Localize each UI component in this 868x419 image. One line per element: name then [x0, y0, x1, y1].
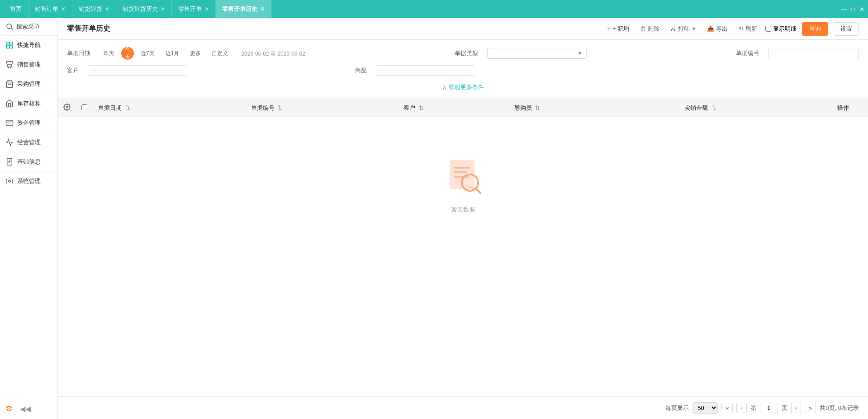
col-ops: 操作	[832, 99, 868, 117]
sidebar-settings-icon[interactable]: ⚙	[5, 404, 13, 414]
col-customer: 客户 ⇅	[398, 99, 509, 117]
display-cols-checkbox[interactable]	[765, 26, 771, 32]
tab-sales-order-close[interactable]: ✕	[61, 6, 66, 12]
query-button[interactable]: 查询	[802, 22, 828, 36]
product-label: 商品	[355, 66, 367, 75]
refresh-button[interactable]: ↻ 刷新	[736, 23, 760, 35]
empty-state-icon	[441, 153, 486, 198]
tab-sales-return-history[interactable]: 销货退货历史 ✕	[116, 0, 172, 18]
sidebar-item-sales-mgmt[interactable]: 销售管理	[0, 55, 57, 75]
collapse-button[interactable]: ∧ 收起更多条件	[67, 81, 859, 95]
date-range-text: 2023-06-02 至 2023-06-02	[241, 50, 305, 58]
doc-no-input[interactable]	[768, 48, 859, 59]
product-select[interactable]: ···	[376, 65, 475, 76]
tab-bar: 首页 销售订单 ✕ 销货退货 ✕ 销货退货历史 ✕ 零售开单 ✕ 零售开单历史 …	[0, 0, 868, 18]
base-info-icon	[5, 158, 14, 166]
page-input[interactable]	[760, 403, 778, 413]
sidebar-collapse-icon[interactable]: ◀◀	[20, 405, 31, 413]
doc-no-label: 单据编号	[736, 49, 759, 57]
sidebar-item-operations[interactable]: 经营管理	[0, 133, 57, 152]
inventory-icon	[5, 99, 14, 108]
col-settings[interactable]	[58, 99, 76, 117]
svg-rect-9	[6, 120, 13, 126]
col-salesperson-sort[interactable]: ⇅	[535, 104, 540, 111]
tab-sales-return[interactable]: 销货退货 ✕	[72, 0, 116, 18]
col-amount-sort[interactable]: ⇅	[711, 104, 716, 111]
print-dropdown-icon: ▼	[692, 26, 696, 31]
svg-point-16	[9, 180, 11, 183]
operations-icon	[5, 138, 14, 146]
tab-retail-open[interactable]: 零售开单 ✕	[172, 0, 216, 18]
close-btn[interactable]: ✕	[859, 6, 864, 13]
sidebar-search[interactable]: 搜索采单	[0, 18, 57, 36]
page-suffix: 页	[782, 404, 787, 412]
date-btn-last7[interactable]: 近7天	[137, 48, 159, 59]
col-customer-sort[interactable]: ⇅	[419, 104, 424, 111]
doc-type-label: 单据类型	[455, 49, 478, 57]
sidebar-item-purchase-mgmt[interactable]: 采购管理	[0, 75, 57, 94]
tab-retail-history-close[interactable]: ✕	[260, 6, 265, 12]
col-no: 单据编号 ⇅	[246, 99, 398, 117]
delete-button[interactable]: 🗑 删除	[637, 23, 662, 35]
select-all-checkbox[interactable]	[81, 104, 87, 110]
minimize-btn[interactable]: —	[841, 6, 847, 13]
page-title: 零售开单历史	[67, 24, 110, 33]
date-btn-today[interactable]: 今天	[121, 47, 134, 60]
tab-retail-history[interactable]: 零售开单历史 ✕	[216, 0, 271, 18]
col-no-sort[interactable]: ⇅	[278, 104, 283, 111]
table-body: 暂无数据	[58, 117, 868, 250]
toolbar: + + 新增 🗑 删除 🖨 打印 ▼ 📤 导出 ↻	[604, 22, 859, 36]
col-date-sort[interactable]: ⇅	[125, 104, 130, 111]
doc-type-select[interactable]: ▼	[487, 48, 587, 59]
tab-retail-open-close[interactable]: ✕	[204, 6, 209, 12]
customer-select[interactable]: ···	[88, 65, 187, 76]
settings-button[interactable]: 设置	[834, 22, 859, 36]
quick-nav-icon	[5, 41, 14, 49]
customer-label: 客户	[67, 66, 79, 75]
window-controls: — □ ✕	[841, 6, 864, 13]
empty-state-row: 暂无数据	[58, 117, 868, 250]
sidebar-item-quick-nav[interactable]: 快捷导航	[0, 36, 57, 55]
per-page-select[interactable]: 50 10 20 100	[693, 402, 718, 414]
sidebar-item-finance[interactable]: 资金管理	[0, 113, 57, 133]
tab-sales-return-history-close[interactable]: ✕	[161, 6, 165, 12]
date-btn-yesterday[interactable]: 昨天	[100, 48, 119, 59]
export-button[interactable]: 📤 导出	[704, 23, 730, 35]
sidebar-item-base-info[interactable]: 基础信息	[0, 152, 57, 172]
tab-sales-return-close[interactable]: ✕	[105, 6, 109, 12]
last-page-btn[interactable]: »	[805, 403, 816, 413]
print-icon: 🖨	[670, 25, 676, 32]
first-page-btn[interactable]: «	[721, 403, 733, 413]
col-amount: 实销金额 ⇅	[679, 99, 832, 117]
empty-state: 暂无数据	[58, 117, 868, 250]
data-table: 单据日期 ⇅ 单据编号 ⇅ 客户 ⇅ 导购员 ⇅	[58, 99, 868, 250]
settings-col-icon	[63, 104, 71, 111]
svg-rect-4	[6, 46, 9, 48]
sidebar-item-sys-mgmt[interactable]: 系统管理	[0, 172, 57, 191]
add-button[interactable]: + + 新增	[604, 23, 632, 35]
col-salesperson: 导购员 ⇅	[509, 99, 640, 117]
sidebar-item-inventory[interactable]: 库存核算	[0, 94, 57, 113]
refresh-icon: ↻	[739, 25, 744, 32]
date-btn-custom[interactable]: 自定义	[208, 48, 232, 59]
purchase-mgmt-icon	[5, 80, 14, 88]
svg-point-6	[8, 67, 9, 68]
tab-sales-order[interactable]: 销售订单 ✕	[28, 0, 72, 18]
tab-home[interactable]: 首页	[4, 0, 28, 18]
display-cols-label: 显示明细	[773, 25, 797, 33]
doc-type-dropdown-icon: ▼	[577, 50, 583, 56]
next-page-btn[interactable]: ›	[791, 403, 801, 413]
date-btn-more[interactable]: 更多	[186, 48, 205, 59]
print-button[interactable]: 🖨 打印 ▼	[668, 23, 699, 35]
content-area: 零售开单历史 + + 新增 🗑 删除 🖨 打印 ▼ 📤 导出	[58, 18, 868, 419]
svg-rect-19	[454, 167, 470, 169]
maximize-btn[interactable]: □	[851, 6, 855, 13]
prev-page-btn[interactable]: ‹	[736, 403, 746, 413]
col-check[interactable]	[76, 99, 93, 117]
svg-point-7	[10, 67, 11, 68]
col-empty-space	[640, 99, 679, 117]
date-btn-last-month[interactable]: 近1月	[161, 48, 184, 59]
filter-row-2: 客户 ··· 商品 ···	[67, 65, 859, 76]
svg-point-23	[465, 178, 474, 187]
customer-dots: ···	[92, 67, 96, 74]
